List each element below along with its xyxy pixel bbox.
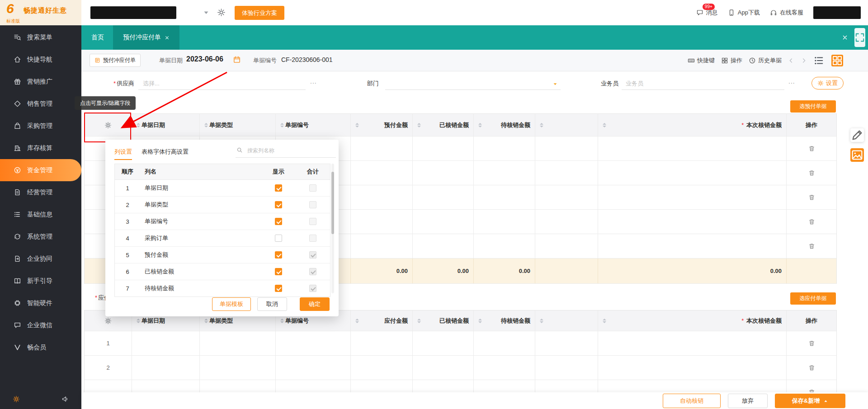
table-cell[interactable]: [474, 136, 535, 160]
sidebar-item-11[interactable]: 新手引导: [0, 270, 81, 292]
trash-icon[interactable]: [808, 389, 815, 392]
shortcut-keys-button[interactable]: 快捷键: [688, 56, 715, 65]
salesman-more-button[interactable]: ...: [788, 78, 795, 85]
sidebar-item-10[interactable]: 企业协同: [0, 248, 81, 270]
chevron-right-icon[interactable]: [801, 57, 807, 64]
table-cell[interactable]: [413, 185, 474, 209]
table-cell[interactable]: [200, 356, 276, 380]
header-cell[interactable]: 应付金额: [351, 310, 413, 331]
table-cell[interactable]: [351, 185, 413, 209]
supplier-more-button[interactable]: ...: [310, 78, 317, 85]
table-cell[interactable]: [598, 161, 787, 185]
tab-font-row-settings[interactable]: 表格字体行高设置: [142, 148, 189, 156]
operation-menu-button[interactable]: 操作: [721, 56, 742, 65]
table-cell[interactable]: [474, 161, 535, 185]
table-cell[interactable]: [474, 380, 535, 392]
table-cell[interactable]: [598, 185, 787, 209]
header-cell[interactable]: 已核销金额: [413, 310, 474, 331]
table-cell[interactable]: [598, 380, 787, 392]
confirm-button[interactable]: 确定: [300, 297, 330, 311]
table-cell[interactable]: [413, 161, 474, 185]
show-checkbox-checked[interactable]: [275, 268, 282, 275]
header-cell[interactable]: 已核销金额: [413, 114, 474, 136]
select-payable-docs-button[interactable]: 选应付单据: [790, 292, 836, 305]
table-cell[interactable]: [132, 331, 200, 355]
horn-icon[interactable]: [61, 395, 69, 403]
tab-prepay-settle[interactable]: 预付冲应付单: [113, 25, 179, 50]
table-cell[interactable]: [351, 234, 413, 258]
table-cell[interactable]: [598, 210, 787, 234]
list-view-toggle[interactable]: [813, 55, 825, 66]
table-cell[interactable]: [132, 380, 200, 392]
show-checkbox-checked[interactable]: [275, 201, 282, 208]
sidebar-item-1[interactable]: 快捷导航: [0, 48, 81, 71]
header-cell[interactable]: 单据日期: [132, 114, 200, 136]
table-cell[interactable]: [535, 210, 598, 234]
table-cell[interactable]: [351, 356, 413, 380]
gear-icon[interactable]: [217, 8, 226, 17]
header-cell[interactable]: 预付金额: [351, 114, 413, 136]
gear-icon[interactable]: [13, 395, 20, 403]
header-cell[interactable]: 操作: [787, 310, 836, 331]
doc-type-button[interactable]: 预付冲应付单: [90, 54, 141, 67]
table-cell[interactable]: [598, 331, 787, 355]
table-cell[interactable]: [351, 136, 413, 160]
date-value[interactable]: 2023-06-06: [186, 55, 223, 63]
sidebar-item-5[interactable]: 库存核算: [0, 137, 81, 159]
tab-home[interactable]: 首页: [81, 25, 114, 50]
sidebar-item-8[interactable]: 基础信息: [0, 203, 81, 226]
table-cell[interactable]: [474, 331, 535, 355]
discard-button[interactable]: 放弃: [728, 394, 768, 408]
header-cell[interactable]: 待核销金额: [474, 114, 535, 136]
table-cell[interactable]: [413, 356, 474, 380]
trash-icon[interactable]: [808, 364, 815, 371]
table-cell[interactable]: [535, 331, 598, 355]
sidebar-item-12[interactable]: 智能硬件: [0, 292, 81, 314]
messages-button[interactable]: 消息 99+: [696, 9, 718, 17]
grid-view-toggle[interactable]: [831, 55, 843, 66]
table-cell[interactable]: [351, 380, 413, 392]
supplier-select-field[interactable]: 选择...: [143, 80, 160, 88]
show-checkbox-checked[interactable]: [275, 218, 282, 225]
header-cell[interactable]: 操作: [787, 114, 836, 136]
table-cell[interactable]: [474, 185, 535, 209]
column-search-input[interactable]: 搜索列名称: [236, 145, 336, 158]
chevron-down-icon[interactable]: [552, 81, 558, 87]
trash-icon[interactable]: [808, 243, 815, 249]
cancel-button[interactable]: 取消: [257, 297, 287, 311]
tab-column-settings[interactable]: 列设置: [114, 148, 132, 160]
sidebar-item-4[interactable]: 采购管理: [0, 115, 81, 137]
header-cell[interactable]: 单据编号: [276, 114, 351, 136]
table-cell[interactable]: [598, 356, 787, 380]
table-cell[interactable]: [413, 380, 474, 392]
experience-solution-button[interactable]: 体验行业方案: [235, 6, 284, 20]
sidebar-item-6[interactable]: 资金管理: [0, 159, 81, 181]
header-cell[interactable]: * 本次核销金额: [598, 310, 787, 331]
show-checkbox[interactable]: [275, 235, 282, 242]
trash-icon[interactable]: [808, 145, 815, 152]
sidebar-item-13[interactable]: 企业微信: [0, 314, 81, 336]
feedback-pen-button[interactable]: [850, 128, 864, 142]
close-icon[interactable]: [842, 34, 848, 41]
table-cell[interactable]: [276, 331, 351, 355]
show-checkbox-checked[interactable]: [275, 251, 282, 259]
trash-icon[interactable]: [808, 194, 815, 201]
chevron-left-icon[interactable]: [788, 57, 794, 64]
table-cell[interactable]: [413, 136, 474, 160]
table-cell[interactable]: [474, 356, 535, 380]
table-cell[interactable]: [351, 210, 413, 234]
header-cell[interactable]: [535, 310, 598, 331]
salesman-field[interactable]: 业务员: [626, 80, 643, 88]
sidebar-item-2[interactable]: 营销推广: [0, 71, 81, 93]
sidebar-item-3[interactable]: 销售管理: [0, 93, 81, 115]
chevron-down-icon[interactable]: [203, 9, 210, 16]
header-cell[interactable]: 待核销金额: [474, 310, 535, 331]
table-cell[interactable]: [276, 380, 351, 392]
expand-icon[interactable]: [854, 28, 865, 47]
table-cell[interactable]: [535, 380, 598, 392]
doc-template-button[interactable]: 单据模板: [212, 297, 251, 311]
table-cell[interactable]: [132, 356, 200, 380]
header-cell[interactable]: 单据类型: [200, 114, 276, 136]
online-service-button[interactable]: 在线客服: [770, 9, 803, 17]
select-prepay-docs-button[interactable]: 选预付单据: [790, 100, 836, 113]
